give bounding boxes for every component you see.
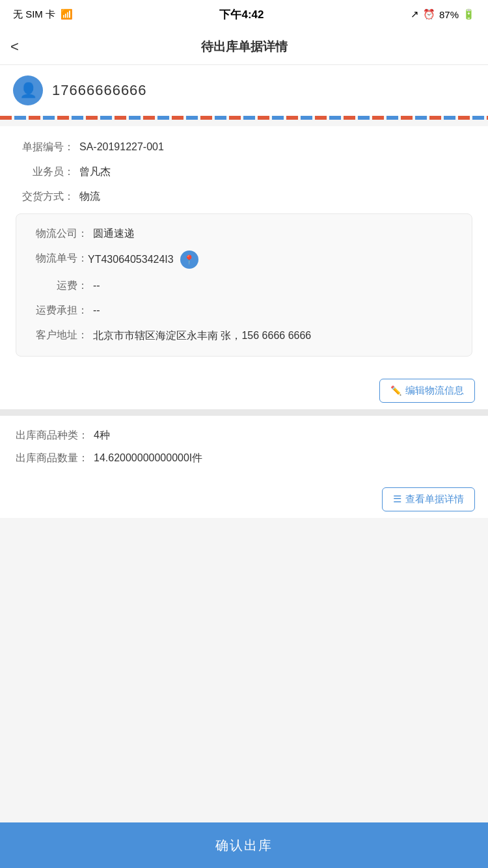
product-quantity-label: 出库商品数量：	[16, 452, 88, 465]
location-pin-icon[interactable]: 📍	[180, 251, 198, 269]
doc-no-row: 单据编号： SA-20191227-001	[16, 139, 472, 155]
edit-btn-row: ✏️ 编辑物流信息	[0, 370, 488, 409]
battery-text: 87%	[439, 9, 459, 20]
delivery-value: 物流	[79, 189, 472, 204]
edit-btn-label: 编辑物流信息	[405, 385, 464, 397]
logistics-company-row: 物流公司： 圆通速递	[29, 226, 459, 241]
freight-row: 运费： --	[29, 278, 459, 293]
nav-bar: < 待出库单据详情	[0, 29, 488, 65]
customer-header: 👤 17666666666	[0, 65, 488, 116]
tracking-number: YT43064053424I3	[88, 254, 174, 265]
alarm-icon: ⏰	[423, 8, 435, 20]
address-label: 客户地址：	[29, 327, 88, 343]
dashed-divider	[0, 116, 488, 120]
page-title: 待出库单据详情	[201, 38, 288, 55]
info-section: 单据编号： SA-20191227-001 业务员： 曾凡杰 交货方式： 物流 …	[0, 126, 488, 370]
freight-bearer-value: --	[93, 303, 459, 318]
list-icon: ☰	[393, 493, 401, 505]
doc-no-value: SA-20191227-001	[79, 139, 472, 155]
status-right: ↗ ⏰ 87% 🔋	[411, 8, 475, 20]
doc-no-label: 单据编号：	[16, 139, 74, 155]
edit-logistics-button[interactable]: ✏️ 编辑物流信息	[379, 379, 475, 403]
logistics-company-value: 圆通速递	[93, 226, 459, 241]
tracking-number-container: YT43064053424I3 📍	[88, 251, 198, 269]
section-separator	[0, 409, 488, 416]
product-quantity-row: 出库商品数量： 14.62000000000000I件	[16, 452, 472, 465]
battery-icon: 🔋	[463, 8, 475, 20]
view-btn-label: 查看单据详情	[405, 493, 464, 506]
product-quantity-value: 14.62000000000000I件	[94, 452, 202, 465]
product-types-row: 出库商品种类： 4种	[16, 429, 472, 442]
status-left: 无 SIM 卡 📶	[13, 8, 73, 21]
confirm-button-label: 确认出库	[215, 837, 273, 854]
tracking-label: 物流单号：	[29, 251, 88, 266]
logistics-card: 物流公司： 圆通速递 物流单号： YT43064053424I3 📍 运费： -…	[16, 213, 472, 357]
salesman-label: 业务员：	[16, 164, 74, 180]
edit-icon: ✏️	[390, 385, 401, 396]
salesman-value: 曾凡杰	[79, 164, 472, 180]
logistics-company-label: 物流公司：	[29, 226, 88, 241]
back-button[interactable]: <	[10, 38, 19, 55]
view-btn-row: ☰ 查看单据详情	[0, 478, 488, 518]
delivery-row: 交货方式： 物流	[16, 189, 472, 204]
freight-bearer-row: 运费承担： --	[29, 303, 459, 318]
carrier-text: 无 SIM 卡	[13, 8, 55, 21]
address-value: 北京市市辖区海淀区永丰南 张，156 6666 6666	[93, 327, 459, 344]
product-types-value: 4种	[94, 429, 110, 442]
location-icon: ↗	[411, 8, 419, 20]
delivery-label: 交货方式：	[16, 189, 74, 204]
status-bar: 无 SIM 卡 📶 下午4:42 ↗ ⏰ 87% 🔋	[0, 0, 488, 29]
salesman-row: 业务员： 曾凡杰	[16, 164, 472, 180]
bottom-spacer	[0, 518, 488, 622]
confirm-btn-bar[interactable]: 确认出库	[0, 822, 488, 868]
freight-value: --	[93, 278, 459, 293]
address-row: 客户地址： 北京市市辖区海淀区永丰南 张，156 6666 6666	[29, 327, 459, 344]
view-details-button[interactable]: ☰ 查看单据详情	[382, 487, 475, 511]
wifi-icon: 📶	[61, 8, 73, 20]
freight-label: 运费：	[29, 278, 88, 293]
product-types-label: 出库商品种类：	[16, 429, 88, 442]
avatar: 👤	[13, 75, 43, 105]
tracking-row: 物流单号： YT43064053424I3 📍	[29, 251, 459, 269]
status-time: 下午4:42	[219, 7, 264, 22]
customer-phone: 17666666666	[52, 82, 147, 99]
freight-bearer-label: 运费承担：	[29, 303, 88, 318]
product-section: 出库商品种类： 4种 出库商品数量： 14.62000000000000I件	[0, 416, 488, 478]
user-icon: 👤	[20, 82, 37, 99]
